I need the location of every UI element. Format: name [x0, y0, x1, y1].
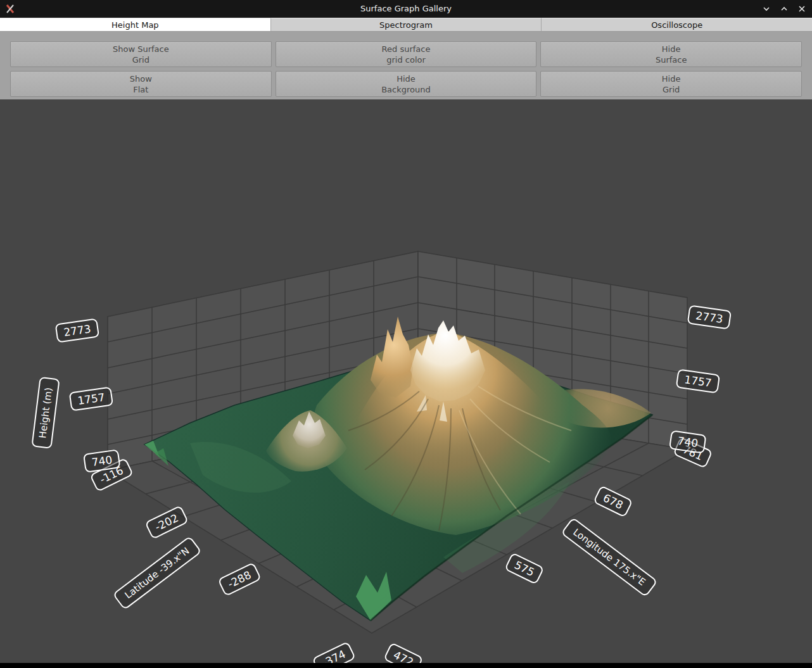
toolbar-button-grid: Show Surface Grid Red surface grid color…: [10, 41, 802, 97]
surface-plot-area[interactable]: Height (m) 2773 1757 -116 740 2773 1757 …: [0, 99, 812, 663]
toolbar: Show Surface Grid Red surface grid color…: [0, 32, 812, 99]
tab-height-map[interactable]: Height Map: [0, 18, 271, 31]
show-flat-button[interactable]: Show Flat: [10, 71, 272, 97]
close-icon: [799, 6, 805, 12]
button-label-line: Hide: [541, 44, 801, 54]
hide-surface-button[interactable]: Hide Surface: [540, 41, 802, 67]
red-surface-grid-color-button[interactable]: Red surface grid color: [276, 41, 537, 67]
hide-background-button[interactable]: Hide Background: [276, 71, 537, 97]
button-label-line: Surface: [541, 54, 801, 65]
button-label-line: Hide: [541, 73, 801, 84]
maximize-button[interactable]: [779, 4, 789, 14]
chevron-down-icon: [763, 6, 770, 11]
minimize-button[interactable]: [761, 4, 771, 14]
button-label-line: Grid: [11, 54, 271, 65]
chevron-up-icon: [780, 6, 788, 11]
window-controls: [761, 0, 807, 18]
window-title: Surface Graph Gallery: [0, 0, 812, 18]
button-label-line: Hide: [276, 73, 536, 84]
button-label-line: grid color: [276, 54, 536, 65]
bottom-bar: [0, 663, 812, 668]
tab-spectrogram[interactable]: Spectrogram: [271, 18, 542, 31]
tab-oscilloscope[interactable]: Oscilloscope: [542, 18, 812, 31]
button-label-line: Flat: [11, 84, 271, 95]
titlebar: Surface Graph Gallery: [0, 0, 812, 18]
button-label-line: Show: [11, 73, 271, 84]
button-label-line: Show Surface: [11, 44, 271, 54]
hide-grid-button[interactable]: Hide Grid: [540, 71, 802, 97]
show-surface-grid-button[interactable]: Show Surface Grid: [10, 41, 272, 67]
button-label-line: Grid: [541, 84, 801, 95]
button-label-line: Red surface: [276, 44, 536, 54]
tab-bar: Height Map Spectrogram Oscilloscope: [0, 18, 812, 32]
app-window: Surface Graph Gallery Height Map Spectro…: [0, 0, 812, 668]
button-label-line: Background: [276, 84, 536, 95]
close-button[interactable]: [797, 4, 807, 14]
